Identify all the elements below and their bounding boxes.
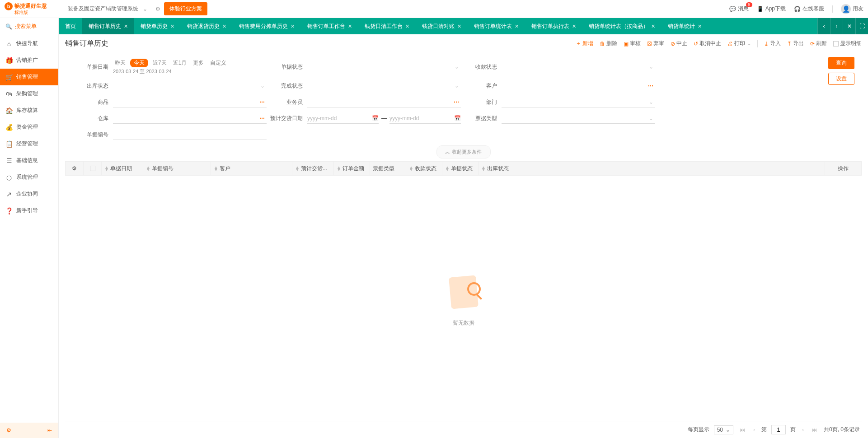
- close-icon[interactable]: ✕: [291, 23, 295, 29]
- input-biz[interactable]: ⋯: [307, 97, 461, 107]
- input-cust[interactable]: ⋯: [502, 80, 655, 91]
- sidebar-item-10[interactable]: ❓新手引导: [0, 202, 58, 219]
- tab-home[interactable]: 首页: [59, 18, 82, 34]
- tab-1[interactable]: 销货单历史✕: [134, 18, 181, 34]
- input-prod[interactable]: ⋯: [113, 97, 267, 107]
- sidebar-search[interactable]: 🔍 搜索菜单: [0, 18, 58, 35]
- input-no[interactable]: [113, 129, 267, 140]
- th-date[interactable]: ▲▼单据日期: [102, 162, 143, 175]
- input-status[interactable]: ⌄: [307, 61, 461, 72]
- th-gear[interactable]: ⚙: [66, 162, 84, 175]
- sidebar-item-6[interactable]: 📋经营管理: [0, 135, 58, 152]
- input-ticket[interactable]: ⌄: [502, 113, 655, 124]
- tabs-scroll-left[interactable]: ‹: [817, 18, 830, 34]
- settings-button[interactable]: 设置: [828, 73, 854, 85]
- tab-2[interactable]: 销货退货历史✕: [181, 18, 233, 34]
- export-button[interactable]: ⤒导出: [787, 40, 804, 47]
- sidebar-item-0[interactable]: ⌂快捷导航: [0, 35, 58, 52]
- th-out[interactable]: ▲▼出库状态: [479, 162, 825, 175]
- seg-today[interactable]: 今天: [130, 59, 148, 67]
- sidebar-item-5[interactable]: 💰资金管理: [0, 119, 58, 135]
- input-out[interactable]: ⌄: [113, 80, 267, 91]
- th-deliv[interactable]: ▲▼预计交货...: [292, 162, 334, 175]
- page-input[interactable]: [771, 425, 786, 434]
- tab-5[interactable]: 钱货日清工作台✕: [358, 18, 416, 34]
- seg-1m[interactable]: 近1月: [171, 59, 189, 67]
- close-icon[interactable]: ✕: [698, 23, 702, 29]
- close-icon[interactable]: ✕: [572, 23, 576, 29]
- tab-7[interactable]: 销售订单统计表✕: [468, 18, 525, 34]
- audit-button[interactable]: ▣审核: [624, 40, 641, 47]
- page-last[interactable]: ⏭: [810, 427, 819, 433]
- messages-button[interactable]: 💬 消息 6: [729, 5, 749, 13]
- close-icon[interactable]: ✕: [515, 23, 519, 29]
- th-checkbox[interactable]: [84, 162, 102, 175]
- close-icon[interactable]: ✕: [457, 23, 461, 29]
- close-icon[interactable]: ✕: [348, 23, 352, 29]
- import-button[interactable]: ⤓导入: [764, 40, 781, 47]
- tab-10[interactable]: 销货单统计✕: [662, 18, 708, 34]
- discard-button[interactable]: ☒弃审: [647, 40, 664, 47]
- collapse-sidebar-icon[interactable]: ⇤: [47, 427, 52, 433]
- th-status[interactable]: ▲▼单据状态: [442, 162, 479, 175]
- show-detail-toggle[interactable]: 显示明细: [833, 40, 862, 47]
- seg-custom[interactable]: 自定义: [208, 59, 228, 67]
- seg-yesterday[interactable]: 昨天: [113, 59, 127, 67]
- input-done[interactable]: ⌄: [307, 80, 461, 91]
- print-button[interactable]: 🖨打印⌄: [727, 40, 751, 47]
- input-wh[interactable]: ⋯: [113, 113, 267, 124]
- page-prev[interactable]: ‹: [751, 427, 757, 433]
- delete-button[interactable]: 🗑删除: [600, 40, 617, 47]
- collapse-filter-button[interactable]: ︽ 收起更多条件: [436, 145, 491, 158]
- close-icon[interactable]: ✕: [405, 23, 409, 29]
- sidebar-item-7[interactable]: ☰基础信息: [0, 152, 58, 169]
- input-deliv-from[interactable]: yyyy-mm-dd📅: [307, 113, 379, 124]
- th-pay[interactable]: ▲▼收款状态: [406, 162, 442, 175]
- query-button[interactable]: 查询: [828, 57, 854, 69]
- sidebar-item-1[interactable]: 🎁营销推广: [0, 52, 58, 69]
- th-ticket[interactable]: 票据类型: [370, 162, 406, 175]
- tabs-close-all[interactable]: ✕: [843, 18, 855, 34]
- page-next[interactable]: ›: [800, 427, 806, 433]
- tab-3[interactable]: 销售费用分摊单历史✕: [233, 18, 301, 34]
- download-button[interactable]: 📱 App下载: [757, 5, 786, 13]
- unstop-button[interactable]: ↺取消中止: [694, 40, 721, 47]
- sidebar-item-3[interactable]: 🛍采购管理: [0, 85, 58, 102]
- th-cust[interactable]: ▲▼客户: [211, 162, 292, 175]
- tab-8[interactable]: 销售订单执行表✕: [525, 18, 582, 34]
- close-icon[interactable]: ✕: [222, 23, 226, 29]
- tab-9[interactable]: 销货单统计表（按商品）✕: [582, 18, 662, 34]
- tabs-scroll-right[interactable]: ›: [830, 18, 843, 34]
- input-dept[interactable]: ⌄: [502, 97, 655, 107]
- service-button[interactable]: 🎧 在线客服: [794, 5, 824, 13]
- th-amt[interactable]: ▲▼订单金额: [334, 162, 370, 175]
- close-icon[interactable]: ✕: [651, 23, 655, 29]
- user-menu[interactable]: 👤 用友: [841, 4, 863, 14]
- sidebar-item-label: 企业协同: [16, 190, 38, 198]
- input-deliv-to[interactable]: yyyy-mm-dd📅: [389, 113, 461, 124]
- sidebar-item-2[interactable]: 🛒销售管理: [0, 69, 58, 85]
- tab-4[interactable]: 销售订单工作台✕: [301, 18, 358, 34]
- sidebar-item-4[interactable]: 🏠库存核算: [0, 102, 58, 119]
- tab-6[interactable]: 钱货日清对账✕: [416, 18, 468, 34]
- seg-more[interactable]: 更多: [191, 59, 206, 67]
- stop-button[interactable]: ⊘中止: [671, 40, 687, 47]
- sort-icon: ▲▼: [214, 166, 218, 171]
- th-no[interactable]: ▲▼单据编号: [143, 162, 211, 175]
- page-first[interactable]: ⏮: [738, 427, 747, 433]
- gear-icon[interactable]: ⚙: [155, 6, 160, 12]
- system-selector[interactable]: 装备及固定资产辅助管理系统 ⌄: [68, 5, 152, 13]
- fullscreen-icon[interactable]: ⛶: [855, 18, 868, 34]
- settings-icon[interactable]: ⚙: [6, 427, 11, 433]
- input-pay[interactable]: ⌄: [502, 61, 655, 72]
- sidebar-item-8[interactable]: ◌系统管理: [0, 169, 58, 186]
- close-icon[interactable]: ✕: [124, 23, 128, 29]
- refresh-button[interactable]: ⟳刷新: [810, 40, 827, 47]
- tab-0[interactable]: 销售订单历史✕: [82, 18, 134, 34]
- add-button[interactable]: ＋新增: [576, 40, 593, 47]
- close-icon[interactable]: ✕: [170, 23, 174, 29]
- page-size-select[interactable]: 50⌄: [714, 425, 733, 434]
- industry-cta-button[interactable]: 体验行业方案: [164, 2, 207, 15]
- seg-7d[interactable]: 近7天: [151, 59, 169, 67]
- sidebar-item-9[interactable]: ↗企业协同: [0, 186, 58, 202]
